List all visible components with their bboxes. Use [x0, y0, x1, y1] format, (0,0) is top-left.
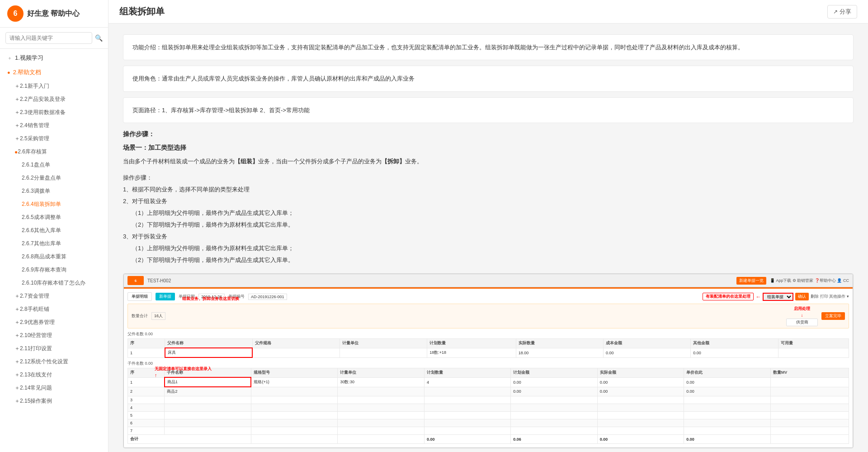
- td-actual-2: 0.00: [597, 387, 684, 396]
- mock-start-btn[interactable]: 立案完毕: [821, 312, 845, 320]
- plus-icon: ＋: [14, 135, 20, 143]
- sidebar-item-data[interactable]: ＋ 2.3使用前数据准备: [0, 106, 108, 119]
- sidebar-item-print[interactable]: ＋ 2.11打印设置: [0, 342, 108, 355]
- table-row: 4: [128, 404, 849, 412]
- sidebar-item-split[interactable]: 2.6.2分量盘点单: [0, 171, 108, 185]
- td-actual-1: 0.00: [597, 377, 684, 387]
- step1: 1、根据不同的业务，选择不同单据的类型来处理: [123, 184, 854, 195]
- sidebar: 6 好生意 帮助中心 🔍 ＋ 1.视频学习 ● 2.帮助文档 ＋ 2.1新手入门…: [0, 0, 108, 452]
- mock-content: 单据明细 新单据 单据日期 2019-12-26 单据编号 AD-2019122…: [124, 289, 853, 447]
- plus-icon: ＋: [14, 332, 20, 339]
- th-avail: 可用量: [778, 339, 849, 348]
- sidebar-item-mobile[interactable]: ＋ 2.8手机旺铺: [0, 303, 108, 316]
- sidebar-item-stocktake[interactable]: 2.6.1盘点单: [0, 158, 108, 171]
- plus-icon: ＋: [14, 358, 20, 366]
- sidebar-item-custom[interactable]: ＋ 2.12系统个性化设置: [0, 355, 108, 368]
- logo-area: 6 好生意 帮助中心: [0, 0, 108, 28]
- sidebar-item-ops[interactable]: ＋ 2.10经营管理: [0, 329, 108, 342]
- mock-tab-new[interactable]: 新单据: [156, 293, 175, 300]
- th-mv: 数量MV: [770, 368, 849, 378]
- plus-icon: ＋: [14, 345, 20, 352]
- main-content: 功能介绍：组装拆卸单用来处理企业组装或拆卸等加工业务，支持有固定装配清单的产品加…: [108, 24, 868, 452]
- table-row: 7: [128, 427, 849, 435]
- th-seq: 序: [128, 339, 165, 348]
- plus-icon: ＋: [14, 95, 20, 103]
- th-plan-qty: 计划数量: [427, 339, 516, 348]
- td-child-name-2: 商品2: [165, 387, 251, 396]
- mock-annotation4: 无固定清单可以直接在这里录入: [155, 366, 212, 372]
- sidebar-item-cases[interactable]: ＋ 2.15操作案例: [0, 395, 108, 408]
- page-title: 组装拆卸单: [119, 5, 165, 18]
- sidebar-item-finance[interactable]: ＋ 2.7资金管理: [0, 290, 108, 303]
- sidebar-item-purchase[interactable]: ＋ 2.5采购管理: [0, 132, 108, 145]
- collapse-icon: ●: [7, 70, 10, 75]
- sidebar-item-online-pay[interactable]: ＋ 2.13在线支付: [0, 368, 108, 381]
- th-plan-qty2: 计划数量: [424, 368, 510, 378]
- mock-annotation1: 有装配清单的在这里处理: [703, 293, 754, 300]
- td-unit-2: [338, 387, 424, 396]
- plus-icon: ＋: [14, 371, 20, 379]
- td-plan-amt-2: 0.00: [511, 387, 597, 396]
- step3: 3、对于拆装业务: [123, 231, 854, 243]
- share-button[interactable]: ↗ 分享: [827, 5, 857, 19]
- sidebar-item-stock-error[interactable]: 2.6.10库存账本错了怎么办: [0, 276, 108, 290]
- sidebar-item-sales[interactable]: ＋ 2.4销售管理: [0, 119, 108, 132]
- sidebar-item-other-out[interactable]: 2.6.7其他出库单: [0, 237, 108, 250]
- td-cost: 0.00: [604, 348, 691, 357]
- td-mv-1: [770, 377, 849, 387]
- mock-arrow-icon: ←: [755, 294, 761, 300]
- mock-company: TEST-H002: [147, 278, 171, 283]
- td-price-1: 0.00: [684, 377, 770, 387]
- table-row: 6: [128, 419, 849, 427]
- mock-type-select[interactable]: 组装单据: [763, 293, 793, 301]
- plus-icon: ＋: [14, 397, 20, 405]
- mock-qty-label: 数量合计: [132, 313, 148, 319]
- table-row: 3: [128, 396, 849, 404]
- mock-confirm-btn[interactable]: 确认: [795, 293, 809, 300]
- td-name: 床具: [165, 348, 252, 357]
- sidebar-item-other-in[interactable]: 2.6.6其他入库单: [0, 224, 108, 237]
- th-parent-name: 父件名称: [165, 339, 252, 348]
- sidebar-item-docs[interactable]: ● 2.帮助文档: [0, 65, 108, 80]
- mock-annotation2: 组装业务、拆卸业务在这里切换: [182, 296, 239, 302]
- sidebar-item-coupon[interactable]: ＋ 2.9优惠券管理: [0, 316, 108, 329]
- sidebar-item-assembly[interactable]: 2.6.4组装拆卸单: [0, 198, 108, 211]
- mock-tab-detail[interactable]: 单据明细: [127, 292, 152, 301]
- role-card: 使用角色：通常由生产人员或库管人员完成拆装业务的操作，库管人员确认原材料的出库和…: [123, 66, 854, 91]
- ops-header: 操作步骤：: [123, 130, 854, 138]
- sidebar-item-stock-query[interactable]: 2.6.9库存账本查询: [0, 263, 108, 276]
- ops-section: 操作步骤： 场景一：加工类型选择 当由多个子件材料组装成一个成品的业务为【组装】…: [123, 130, 854, 448]
- step-header: 操作步骤：: [123, 172, 854, 184]
- plus-icon: ＋: [14, 305, 20, 313]
- sidebar-item-dispatch[interactable]: 2.6.3调拨单: [0, 185, 108, 198]
- plus-icon: ＋: [14, 319, 20, 326]
- mock-parent-table: 序 父件名称 父件规格 计量单位 计划数量 实际数量 成本金额 其他金额 可用量: [127, 338, 849, 358]
- plus-icon: ＋: [14, 122, 20, 129]
- sidebar-item-inventory[interactable]: ● 2.6库存核算: [0, 145, 108, 158]
- mock-more: 删除 打印 其他操作 ▾: [811, 294, 849, 300]
- sidebar-item-faq[interactable]: ＋ 2.14常见问题: [0, 381, 108, 395]
- mock-enable-input[interactable]: 供货商: [786, 319, 818, 326]
- sidebar-item-install[interactable]: ＋ 2.2产品安装及登录: [0, 93, 108, 106]
- search-box: 🔍: [0, 28, 108, 49]
- th-actual-amt: 实际金额: [597, 368, 684, 378]
- logo-icon: 6: [7, 5, 24, 22]
- intro-text: 功能介绍：组装拆卸单用来处理企业组装或拆卸等加工业务，支持有固定装配清单的产品加…: [132, 42, 844, 52]
- td-seq-1: 1: [128, 377, 165, 387]
- td-unit-1: 30数:30: [338, 377, 424, 387]
- sidebar-item-new[interactable]: ＋ 2.1新手入门: [0, 80, 108, 93]
- sidebar-item-video[interactable]: ＋ 1.视频学习: [0, 51, 108, 65]
- mock-qty-value: 16人: [151, 312, 165, 320]
- td-seq-2: 2: [128, 387, 165, 396]
- td-price-2: 0.00: [684, 387, 770, 396]
- intro-card: 功能介绍：组装拆卸单用来处理企业组装或拆卸等加工业务，支持有固定装配清单的产品加…: [123, 34, 854, 60]
- screenshot-container: 6 TEST-H002 新建单据一览 📱 App下载 ⚙ 助销管家 ❓帮助中心 …: [123, 273, 854, 448]
- sidebar-item-cost[interactable]: 2.6.5成本调整单: [0, 211, 108, 224]
- search-button[interactable]: 🔍: [95, 34, 103, 42]
- th-actual-qty: 实际数量: [516, 339, 603, 348]
- sidebar-item-cost-recalc[interactable]: 2.6.8商品成本重算: [0, 250, 108, 263]
- expand-icon: ＋: [7, 55, 12, 62]
- search-input[interactable]: [5, 32, 92, 44]
- th-unit-price: 单价在此: [684, 368, 770, 378]
- plus-icon: ＋: [14, 109, 20, 116]
